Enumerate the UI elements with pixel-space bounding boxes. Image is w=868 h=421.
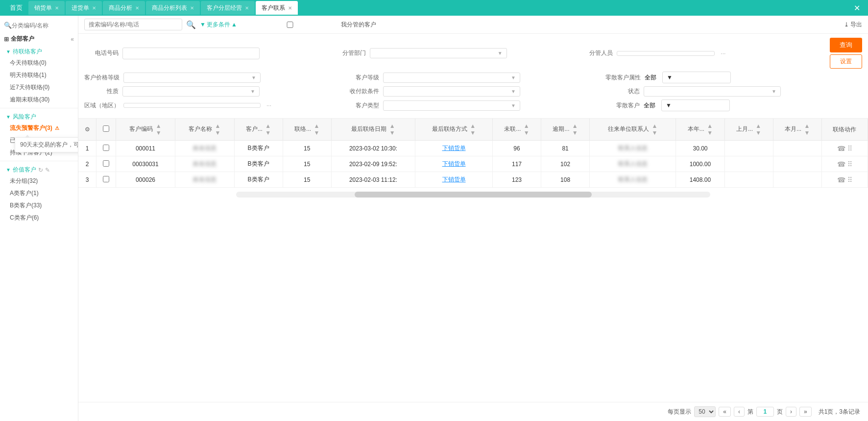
th-last-date: 最后联络日期 ▲▼ — [331, 119, 415, 141]
value-edit-icon[interactable]: ✎ — [45, 167, 50, 173]
zero-attr-select[interactable]: ▼ — [662, 72, 731, 83]
next-page-btn[interactable]: › — [786, 407, 796, 417]
page-size-select[interactable]: 50 — [694, 406, 716, 417]
nav-tab-analysis-close[interactable]: ✕ — [135, 5, 139, 11]
action-more-icon-3[interactable]: ⠿ — [847, 176, 852, 184]
row-way-2[interactable]: 下销货单 — [442, 160, 466, 167]
nav-tab-sales[interactable]: 销货单 ✕ — [28, 1, 65, 15]
filter-phone: 电话号码 — [84, 48, 328, 59]
nav-tab-customer-contact-close[interactable]: ✕ — [288, 5, 292, 11]
search-input[interactable] — [84, 19, 182, 30]
th-actions-label: 联络动作 — [833, 126, 856, 133]
uncontacted-sort-icon[interactable]: ▲▼ — [524, 123, 530, 136]
nav-tab-analysis[interactable]: 商品分析 ✕ — [103, 1, 145, 15]
level-select[interactable]: ▼ — [383, 73, 520, 83]
filter-staff: 分管人员 ··· — [579, 49, 822, 57]
sidebar-item-today[interactable]: 今天待联络(0) — [0, 57, 78, 69]
query-button[interactable]: 查询 — [830, 38, 862, 52]
sidebar-search-input[interactable] — [12, 22, 66, 29]
sidebar-item-class-b[interactable]: B类客户(33) — [0, 199, 78, 212]
sidebar-group-value[interactable]: ▼ 价值客户 ↻ ✎ — [0, 163, 78, 175]
sidebar-item-class-c-label: C类客户(6) — [10, 214, 39, 221]
value-refresh-icon[interactable]: ↻ — [38, 167, 43, 173]
prev-page-btn[interactable]: ‹ — [734, 407, 745, 417]
more-conditions-btn[interactable]: ▼ 更多条件 ▲ — [200, 21, 237, 29]
row-date-2: 2023-02-09 19:52: — [349, 161, 397, 168]
nav-tab-analysis-list[interactable]: 商品分析列表 ✕ — [146, 1, 200, 15]
way-sort-icon[interactable]: ▲▼ — [470, 123, 476, 136]
sidebar-item-overdue[interactable]: 逾期未联络(30) — [0, 94, 78, 106]
sidebar-item-ungrouped[interactable]: 未分组(32) — [0, 175, 78, 187]
sidebar-item-loss-warning[interactable]: 流失预警客户(3) ⚠ — [0, 122, 78, 134]
nav-home[interactable]: 首页 — [4, 3, 28, 12]
sidebar-collapse-btn[interactable]: « — [71, 36, 74, 43]
phone-input[interactable] — [122, 48, 260, 59]
action-phone-icon-3[interactable]: ☎ — [837, 176, 845, 184]
pay-select[interactable]: ▼ — [383, 86, 520, 97]
row-checkbox-2[interactable] — [103, 160, 109, 167]
gender-select[interactable]: ▼ — [122, 86, 260, 97]
gear-settings-icon[interactable]: ⚙ — [81, 124, 93, 135]
scrollbar-thumb[interactable] — [355, 192, 592, 198]
sidebar-group-pending[interactable]: ▼ 待联络客户 — [0, 45, 78, 57]
staff-select[interactable] — [617, 51, 715, 56]
zero-select-arrow: ▼ — [666, 102, 672, 109]
nav-tab-purchase[interactable]: 进货单 ✕ — [66, 1, 102, 15]
row-uncontacted-1: 96 — [513, 145, 520, 152]
overdue-sort-icon[interactable]: ▲▼ — [572, 123, 578, 136]
dept-select[interactable]: ▼ — [370, 48, 507, 58]
sidebar-item-tomorrow[interactable]: 明天待联络(1) — [0, 69, 78, 81]
nav-tab-customer-layer[interactable]: 客户分层经营 ✕ — [201, 1, 255, 15]
nav-tab-customer-contact[interactable]: 客户联系 ✕ — [256, 1, 298, 15]
action-phone-icon-1[interactable]: ☎ — [837, 145, 845, 152]
sidebar-item-7days[interactable]: 近7天待联络(0) — [0, 81, 78, 94]
row-unit-1: 联系人信息 — [618, 145, 648, 151]
row-way-3[interactable]: 下销货单 — [442, 176, 466, 183]
sidebar-all-customers[interactable]: ⊞ 全部客户 « — [0, 33, 78, 45]
contacts-sort-icon[interactable]: ▲▼ — [313, 123, 319, 136]
nav-tab-customer-layer-close[interactable]: ✕ — [245, 5, 249, 11]
td-tmonth-3 — [773, 172, 821, 188]
action-phone-icon-2[interactable]: ☎ — [837, 160, 845, 168]
action-more-icon-1[interactable]: ⠿ — [847, 145, 852, 152]
td-cb-3 — [96, 172, 116, 188]
region-select[interactable] — [123, 103, 261, 108]
select-all-checkbox[interactable] — [103, 125, 109, 132]
actions-col-2: ☎ ⠿ — [825, 160, 865, 168]
status-select[interactable]: ▼ — [644, 86, 781, 97]
zero-select[interactable]: ▼ — [661, 99, 730, 111]
sidebar-group-risk[interactable]: ▼ 风险客户 — [0, 110, 78, 122]
nav-tab-purchase-close[interactable]: ✕ — [92, 5, 96, 11]
type-select[interactable]: ▼ — [383, 100, 520, 111]
nav-tab-analysis-list-close[interactable]: ✕ — [190, 5, 194, 11]
row-checkbox-1[interactable] — [103, 145, 109, 151]
row-way-1[interactable]: 下销货单 — [442, 145, 466, 151]
staff-dots[interactable]: ··· — [721, 50, 725, 57]
tmonth-sort-icon[interactable]: ▲▼ — [804, 123, 810, 136]
my-customers-checkbox[interactable] — [241, 22, 339, 28]
price-level-select[interactable]: ▼ — [123, 73, 261, 83]
page-input[interactable]: 1 — [756, 407, 774, 417]
region-dots[interactable]: ··· — [266, 102, 271, 109]
action-more-icon-2[interactable]: ⠿ — [847, 160, 852, 168]
last-page-btn[interactable]: » — [799, 407, 812, 417]
first-page-btn[interactable]: « — [719, 407, 731, 417]
unit-sort-icon[interactable]: ▲▼ — [652, 123, 658, 136]
export-btn[interactable]: ⤓ 导出 — [844, 21, 862, 29]
horizontal-scrollbar[interactable] — [236, 192, 710, 198]
code-sort-icon[interactable]: ▲▼ — [156, 123, 162, 136]
row-checkbox-3[interactable] — [103, 176, 109, 182]
filter-level: 客户等级 ▼ — [345, 73, 602, 83]
settings-button[interactable]: 设置 — [830, 54, 862, 69]
type-sort-icon[interactable]: ▲▼ — [265, 123, 271, 136]
nav-tab-sales-close[interactable]: ✕ — [55, 5, 59, 11]
search-button[interactable]: 🔍 — [186, 20, 196, 29]
year-sort-icon[interactable]: ▲▼ — [707, 123, 713, 136]
window-close-btn[interactable]: ✕ — [850, 3, 864, 13]
sidebar-item-class-c[interactable]: C类客户(6) — [0, 212, 78, 224]
lmonth-sort-icon[interactable]: ▲▼ — [755, 123, 761, 136]
name-sort-icon[interactable]: ▲▼ — [215, 123, 220, 136]
sidebar-item-class-a[interactable]: A类客户(1) — [0, 187, 78, 199]
date-sort-icon[interactable]: ▲▼ — [389, 123, 395, 136]
my-customers-checkbox-label[interactable]: 我分管的客户 — [241, 21, 376, 29]
